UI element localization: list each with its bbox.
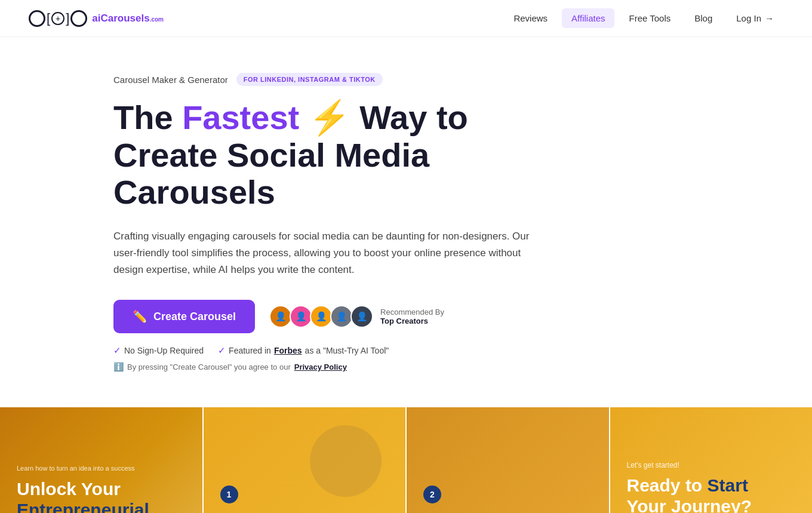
navbar: [ + ] aiCarousels.com Reviews Affiliates… bbox=[0, 0, 812, 37]
strip-card-3-inner: 2 Create a Plan Set goals, create a budg… bbox=[407, 407, 609, 513]
avatars-group: 👤 👤 👤 👤 👤 Recommended By Top Creators bbox=[269, 305, 444, 328]
hero-title: The Fastest ⚡ Way to Create Social Media… bbox=[113, 99, 567, 211]
strip-card-4: Let's get started! Ready to Start Your J… bbox=[610, 407, 813, 513]
forbes-link[interactable]: Forbes bbox=[274, 346, 302, 355]
strip-card-3: 2 Create a Plan Set goals, create a budg… bbox=[407, 407, 609, 513]
strip-card-1-label: Learn how to turn an idea into a success bbox=[17, 465, 186, 472]
logo-text-block: aiCarousels.com bbox=[92, 13, 164, 24]
avatar-4: 👤 bbox=[330, 305, 353, 328]
hero-privacy: ℹ️ By pressing "Create Carousel" you agr… bbox=[113, 362, 783, 371]
create-icon: ✏️ bbox=[133, 309, 147, 324]
logo-text: aiCarousels.com bbox=[92, 13, 164, 24]
avatar-3: 👤 bbox=[310, 305, 333, 328]
hero-subtitle: Carousel Maker & Generator bbox=[113, 75, 228, 85]
logo-circle-left bbox=[29, 10, 45, 27]
logo[interactable]: [ + ] aiCarousels.com bbox=[29, 10, 164, 27]
hero-badge-row: Carousel Maker & Generator FOR LINKEDIN,… bbox=[113, 73, 783, 86]
recommend-text: Recommended By Top Creators bbox=[380, 308, 444, 325]
nav-reviews[interactable]: Reviews bbox=[504, 8, 557, 28]
strip-card-4-inner: Let's get started! Ready to Start Your J… bbox=[610, 407, 813, 513]
check-forbes: ✓ Featured in Forbes as a "Must-Try AI T… bbox=[218, 345, 389, 356]
strip-card-2: 1 Define Your Idea A solid foundation st… bbox=[204, 407, 406, 513]
nav-blog[interactable]: Blog bbox=[685, 8, 722, 28]
avatar-1: 👤 bbox=[269, 305, 292, 328]
carousel-preview-strip: Learn how to turn an idea into a success… bbox=[0, 407, 812, 513]
strip-card-1-inner: Learn how to turn an idea into a success… bbox=[0, 407, 202, 513]
nav-login[interactable]: Log In → bbox=[727, 8, 783, 28]
check-icon-2: ✓ bbox=[218, 345, 226, 356]
avatar-5: 👤 bbox=[350, 305, 373, 328]
strip-card-2-num: 1 bbox=[220, 486, 238, 503]
strip-card-1: Learn how to turn an idea into a success… bbox=[0, 407, 202, 513]
create-carousel-button[interactable]: ✏️ Create Carousel bbox=[113, 300, 255, 333]
nav-affiliates[interactable]: Affiliates bbox=[562, 8, 614, 28]
check-no-signup: ✓ No Sign-Up Required bbox=[113, 345, 204, 356]
hero-description: Crafting visually engaging carousels for… bbox=[113, 228, 543, 278]
avatar-2: 👤 bbox=[290, 305, 312, 328]
info-icon: ℹ️ bbox=[113, 362, 124, 371]
logo-icon: [ + ] bbox=[29, 10, 87, 27]
logo-bracket-close: ] bbox=[66, 11, 69, 26]
check-icon-1: ✓ bbox=[113, 345, 121, 356]
nav-links: Reviews Affiliates Free Tools Blog Log I… bbox=[504, 8, 783, 28]
logo-bracket-open: [ bbox=[47, 11, 50, 26]
strip-card-3-num: 2 bbox=[423, 486, 441, 503]
login-arrow-icon: → bbox=[765, 13, 774, 23]
hero-checks: ✓ No Sign-Up Required ✓ Featured in Forb… bbox=[113, 345, 783, 356]
strip-card-4-title: Ready to Start Your Journey? bbox=[627, 475, 796, 513]
privacy-policy-link[interactable]: Privacy Policy bbox=[294, 363, 347, 371]
strip-card-4-label: Let's get started! bbox=[627, 461, 796, 469]
strip-card-1-title: Unlock Your Entrepreneurial Potential bbox=[17, 479, 186, 513]
hero-badge: FOR LINKEDIN, INSTAGRAM & TIKTOK bbox=[236, 73, 383, 86]
nav-free-tools[interactable]: Free Tools bbox=[619, 8, 680, 28]
strip-circle-deco bbox=[310, 425, 382, 497]
logo-plus-icon: + bbox=[51, 12, 64, 25]
logo-circle-right bbox=[70, 10, 87, 27]
hero-cta-row: ✏️ Create Carousel 👤 👤 👤 👤 👤 Recommended… bbox=[113, 300, 783, 333]
hero-section: Carousel Maker & Generator FOR LINKEDIN,… bbox=[0, 37, 812, 395]
